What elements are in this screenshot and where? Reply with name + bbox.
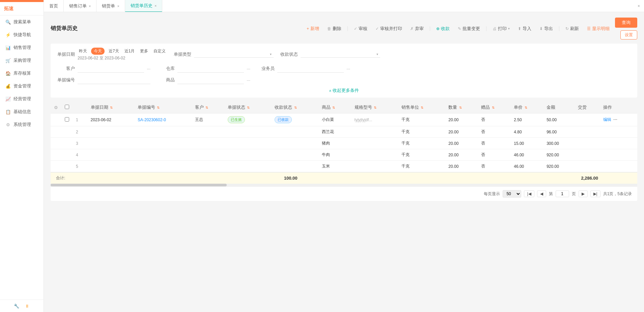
col-doc-date[interactable]: 单据日期 ⇅	[87, 102, 134, 113]
table-gear-icon[interactable]: ⚙	[54, 105, 58, 110]
shortcut-custom[interactable]: 自定义	[152, 48, 167, 55]
col-goods-label: 商品	[322, 105, 331, 110]
tab-sales-delivery[interactable]: 销货单 ×	[96, 0, 125, 12]
abandon-button[interactable]: ✗ 弃审	[408, 24, 426, 33]
shortcut-today[interactable]: 今天	[91, 48, 105, 55]
col-doc-status[interactable]: 单据状态 ⇅	[224, 102, 271, 113]
row-select-checkbox[interactable]	[65, 117, 69, 122]
edit-btn-0[interactable]: 编辑	[603, 117, 611, 122]
select-all-checkbox[interactable]	[65, 105, 69, 109]
delete-button[interactable]: 🗑 删除	[325, 24, 344, 33]
col-gift[interactable]: 赠品 ⇅	[478, 102, 510, 113]
audit-print-label: 审核并打印	[380, 26, 402, 32]
col-checkbox[interactable]	[61, 102, 73, 113]
page-input[interactable]	[556, 190, 569, 197]
collect-status-select[interactable]: ▾	[301, 51, 380, 58]
col-collect-status[interactable]: 收款状态 ⇅	[271, 102, 318, 113]
warehouse-dots[interactable]: ···	[247, 66, 250, 71]
print-button[interactable]: 🖨 打印 ▾	[490, 24, 512, 33]
warehouse-input[interactable]	[177, 64, 244, 73]
sidebar-item-business[interactable]: 📈 经营管理	[0, 93, 44, 105]
delete-label: 删除	[333, 26, 341, 32]
sidebar-item-purchase-mgmt[interactable]: 🛒 采购管理	[0, 54, 44, 67]
import-button[interactable]: ⬆ 导入	[515, 24, 534, 33]
refresh-icon: ↻	[565, 26, 569, 31]
tab-home[interactable]: 首页	[44, 0, 64, 12]
divider-4	[559, 26, 559, 31]
sidebar-item-sales-mgmt[interactable]: 📊 销售管理	[0, 41, 44, 54]
more-btn-0[interactable]: ⋯	[613, 117, 617, 122]
col-customer[interactable]: 客户 ⇅	[192, 102, 224, 113]
tab-sales-order[interactable]: 销售订单 ×	[64, 0, 96, 12]
table-scrollbar[interactable]	[51, 184, 637, 186]
last-page-btn[interactable]: ▶|	[590, 190, 600, 197]
tab-sales-history-close[interactable]: ×	[155, 4, 157, 8]
col-qty[interactable]: 数量 ⇅	[445, 102, 478, 113]
col-spec[interactable]: 规格型号 ⇅	[351, 102, 398, 113]
spec-sort-icon: ⇅	[374, 106, 376, 109]
next-page-btn[interactable]: ▶	[579, 190, 588, 197]
export-button[interactable]: ⬇ 导出	[537, 24, 556, 33]
row-amount-0: 50.00	[543, 113, 575, 126]
settings-button[interactable]: 设置	[620, 30, 637, 40]
sidebar-bottom-actions[interactable]: 🔧 ⏸	[0, 300, 44, 312]
sidebar-item-system-mgmt[interactable]: ⚙ 系统管理	[0, 118, 44, 131]
refresh-button[interactable]: ↻ 刷新	[563, 24, 582, 33]
col-goods[interactable]: 商品 ⇅	[318, 102, 351, 113]
goods-input[interactable]	[177, 76, 244, 84]
sidebar-item-search-menu[interactable]: 🔍 搜索菜单	[0, 16, 44, 28]
show-detail-button[interactable]: ☰ 显示明细	[584, 24, 612, 33]
row-doc-no-0[interactable]: SA-20230602-0	[134, 113, 192, 126]
prev-page-btn[interactable]: ◀	[537, 190, 546, 197]
first-page-btn[interactable]: |◀	[524, 190, 534, 197]
sidebar-item-quick-nav[interactable]: ⚡ 快捷导航	[0, 28, 44, 41]
sidebar-item-finance[interactable]: 💰 资金管理	[0, 80, 44, 93]
row-collect-status-1	[271, 126, 318, 138]
goods-dots[interactable]: ···	[247, 78, 250, 83]
sidebar-bottom: 🔧 ⏸	[0, 300, 44, 312]
footer-total-qty: 100.00	[284, 176, 298, 181]
tab-sales-history[interactable]: 销货单历史 ×	[125, 0, 162, 12]
page-header: 销货单历史 + 新增 🗑 删除 ✓ 审核 ✓ 审核并打印	[51, 18, 637, 40]
tab-sales-delivery-label: 销货单	[102, 3, 115, 9]
row-checkbox-0[interactable]	[61, 113, 73, 126]
audit-button[interactable]: ✓ 审核	[351, 24, 370, 33]
tab-sales-delivery-close[interactable]: ×	[117, 4, 119, 8]
print-label: 打印	[498, 26, 507, 32]
staff-dots[interactable]: ···	[346, 66, 350, 71]
tab-sales-order-close[interactable]: ×	[89, 4, 91, 8]
doc-no-input[interactable]	[78, 76, 150, 84]
audit-print-button[interactable]: ✓ 审核并打印	[373, 24, 405, 33]
batch-change-button[interactable]: ✎ 批量变更	[455, 24, 483, 33]
row-gift-0: 否	[478, 113, 510, 126]
row-amount-4: 920.00	[543, 161, 575, 172]
row-collect-status-3	[271, 149, 318, 161]
col-doc-no[interactable]: 单据编号 ⇅	[134, 102, 192, 113]
col-unit-price[interactable]: 单价 ⇅	[510, 102, 543, 113]
col-settings[interactable]: ⚙	[51, 102, 61, 113]
shortcut-more[interactable]: 更多	[139, 48, 149, 55]
settings-bottom-icon[interactable]: 🔧	[14, 303, 19, 309]
collect-button[interactable]: ⊕ 收款	[433, 24, 452, 33]
query-button[interactable]: 查询	[615, 18, 637, 28]
staff-input[interactable]	[277, 64, 344, 73]
collapse-btn[interactable]: ∧ 收起更多条件	[329, 87, 359, 94]
shortcut-yesterday[interactable]: 昨天	[78, 48, 88, 55]
per-page-select[interactable]: 50 100 200	[503, 190, 521, 198]
doc-type-select[interactable]: ▾	[194, 51, 274, 58]
col-unit[interactable]: 销售单位 ⇅	[398, 102, 445, 113]
shortcut-last7days[interactable]: 近7天	[107, 48, 120, 55]
customer-dots[interactable]: ···	[147, 66, 150, 71]
customer-input[interactable]	[78, 64, 144, 73]
col-collect-status-label: 收款状态	[275, 105, 292, 110]
filter-goods: 商品 ···	[156, 76, 250, 84]
sidebar-item-basic-info[interactable]: 📋 基础信息	[0, 105, 44, 118]
pause-icon[interactable]: ⏸	[25, 303, 30, 309]
shortcut-last1month[interactable]: 近1月	[123, 48, 136, 55]
date-shortcuts: 昨天 今天 近7天 近1月 更多 自定义	[78, 48, 167, 55]
row-unit-0: 千克	[398, 113, 445, 126]
row-customer-0: 王总	[192, 113, 224, 126]
sidebar-item-inventory[interactable]: 🏠 库存核算	[0, 67, 44, 80]
close-all-tabs[interactable]: ×	[634, 4, 644, 8]
new-button[interactable]: + 新增	[304, 24, 322, 33]
